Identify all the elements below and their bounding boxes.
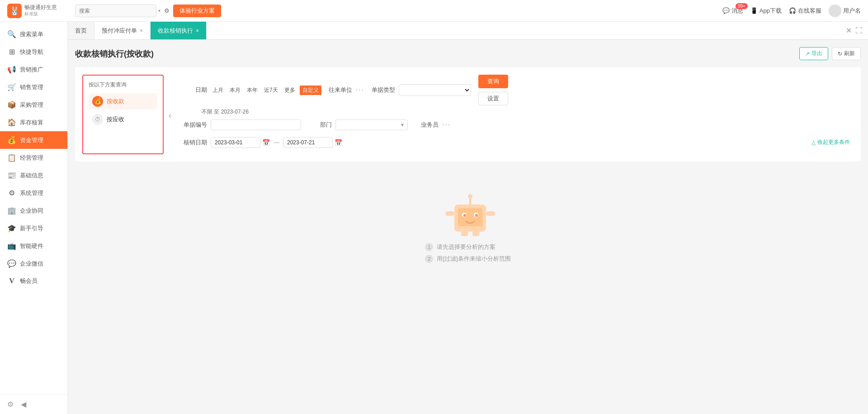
filter-row-1: 日期 上月 本月 本年 近7天 更多 自定义 往来单位 bbox=[184, 75, 854, 105]
sidebar: 🔍 搜索菜单 ⊞ 快捷导航 📢 营销推广 🛒 销售管理 📦 采购管理 🏠 bbox=[0, 22, 68, 414]
svg-point-5 bbox=[475, 214, 478, 217]
sidebar-item-label: 库存核算 bbox=[20, 119, 43, 127]
filter-by-receipt[interactable]: 💰 按收款 bbox=[89, 93, 157, 109]
sidebar-item-vip[interactable]: V 畅会员 bbox=[0, 272, 67, 290]
collapse-scheme-button[interactable]: ‹ bbox=[165, 111, 175, 120]
tab-maximize-button[interactable]: ⛶ bbox=[855, 27, 863, 35]
sidebar-item-wechat[interactable]: 💬 企业微信 bbox=[0, 255, 67, 272]
message-button[interactable]: 💬 消息 99+ bbox=[722, 7, 743, 15]
tab-close-window-button[interactable]: ✕ bbox=[846, 26, 852, 35]
sidebar-item-inventory[interactable]: 🏠 库存核算 bbox=[0, 114, 67, 131]
tip-text-1: 请先选择要分析的方案 bbox=[437, 243, 495, 251]
sidebar-menu: 🔍 搜索菜单 ⊞ 快捷导航 📢 营销推广 🛒 销售管理 📦 采购管理 🏠 bbox=[0, 22, 67, 394]
dept-field: 部门 ▾ bbox=[308, 119, 408, 130]
collapse-more-button[interactable]: △ 收起更多条件 bbox=[808, 137, 854, 148]
sidebar-item-basic[interactable]: 📰 基础信息 bbox=[0, 167, 67, 184]
tab-spacer bbox=[207, 22, 840, 39]
page-title: 收款核销执行(按收款) bbox=[75, 48, 154, 59]
sidebar-item-quick-nav[interactable]: ⊞ 快捷导航 bbox=[0, 43, 67, 61]
query-button[interactable]: 查询 bbox=[478, 75, 508, 88]
filter-by-receivable[interactable]: ⏱ 按应收 bbox=[89, 111, 157, 128]
box-icon: 📦 bbox=[7, 100, 16, 109]
tab-prepay-close[interactable]: × bbox=[140, 28, 143, 34]
sidebar-item-finance[interactable]: 💰 资金管理 bbox=[0, 131, 67, 149]
sidebar-item-purchase[interactable]: 📦 采购管理 bbox=[0, 96, 67, 114]
export-label: 导出 bbox=[811, 50, 822, 57]
service-icon: 🎧 bbox=[789, 7, 796, 14]
writeoff-date-start-input[interactable] bbox=[211, 137, 260, 148]
tab-prepay[interactable]: 预付冲应付单 × bbox=[94, 22, 151, 39]
writeoff-date-end-input[interactable] bbox=[283, 137, 333, 148]
settings-icon[interactable]: ⚙ bbox=[7, 400, 14, 409]
sidebar-item-label: 智能硬件 bbox=[20, 242, 43, 250]
top-bar: 🐰 畅捷通好生意 标准版 ▾ ⚙ 体验行业方案 💬 消息 99+ 📱 App下载… bbox=[0, 0, 868, 22]
partner-input-dots[interactable]: ··· bbox=[356, 86, 364, 94]
doc-no-input[interactable] bbox=[211, 119, 301, 130]
chevron-down-icon[interactable]: ▾ bbox=[158, 8, 160, 13]
sidebar-item-label: 系统管理 bbox=[20, 189, 43, 197]
date-7days[interactable]: 近7天 bbox=[262, 86, 280, 95]
doc-type-select[interactable] bbox=[399, 84, 471, 96]
tab-bar: 首页 预付冲应付单 × 收款核销执行 × ✕ ⛶ bbox=[68, 22, 868, 40]
date-this-month[interactable]: 本月 bbox=[228, 86, 242, 95]
tab-home[interactable]: 首页 bbox=[68, 22, 94, 39]
sidebar-item-hardware[interactable]: 📺 智能硬件 bbox=[0, 237, 67, 255]
app-icon: 📱 bbox=[750, 7, 758, 14]
calendar-start-icon[interactable]: 📅 bbox=[262, 139, 270, 146]
sidebar-item-sales[interactable]: 🛒 销售管理 bbox=[0, 78, 67, 96]
sidebar-item-label: 搜索菜单 bbox=[20, 30, 43, 38]
refresh-button[interactable]: ↻ 刷新 bbox=[832, 47, 861, 60]
date-last-month[interactable]: 上月 bbox=[211, 86, 225, 95]
filter-scheme-title: 按以下方案查询 bbox=[89, 81, 157, 89]
calendar-end-icon[interactable]: 📅 bbox=[335, 139, 342, 146]
doc-no-label: 单据编号 bbox=[184, 121, 207, 129]
date-custom[interactable]: 自定义 bbox=[300, 86, 321, 95]
sidebar-item-label: 资金管理 bbox=[20, 136, 43, 144]
receipt-icon: 💰 bbox=[92, 96, 103, 107]
setting-button[interactable]: 设置 bbox=[478, 92, 508, 105]
date-this-year[interactable]: 本年 bbox=[245, 86, 259, 95]
doc-no-field: 单据编号 bbox=[184, 119, 301, 130]
sidebar-item-system[interactable]: ⚙ 系统管理 bbox=[0, 184, 67, 202]
filter-panel: 按以下方案查询 💰 按收款 ⏱ 按应收 ‹ bbox=[75, 67, 861, 162]
svg-point-4 bbox=[463, 214, 466, 217]
search-input[interactable] bbox=[75, 5, 156, 17]
user-avatar[interactable]: 用户名 bbox=[829, 5, 861, 17]
tip-text-2: 用[过滤]条件来缩小分析范围 bbox=[437, 255, 510, 263]
tab-receipt-writeoff[interactable]: 收款核销执行 × bbox=[151, 22, 207, 39]
solution-button[interactable]: 体验行业方案 bbox=[173, 5, 221, 17]
collapse-more-label: 收起更多条件 bbox=[817, 138, 850, 146]
collapse-sidebar-icon[interactable]: ◀ bbox=[21, 400, 26, 409]
tab-receipt-writeoff-close[interactable]: × bbox=[196, 28, 199, 34]
tab-home-label: 首页 bbox=[75, 27, 87, 35]
filter-scheme-panel: 按以下方案查询 💰 按收款 ⏱ 按应收 bbox=[82, 75, 164, 154]
search-icon: 🔍 bbox=[7, 30, 16, 38]
doc-type-field: 单据类型 bbox=[372, 84, 471, 96]
sidebar-item-label: 新手引导 bbox=[20, 224, 43, 233]
sidebar-footer: ⚙ ◀ bbox=[0, 394, 67, 414]
sidebar-item-guide[interactable]: 🎓 新手引导 bbox=[0, 219, 67, 237]
logo-name: 畅捷通好生意 bbox=[24, 4, 57, 11]
receivable-icon: ⏱ bbox=[92, 114, 103, 125]
date-shortcuts: 上月 本月 本年 近7天 更多 自定义 bbox=[211, 86, 321, 95]
sidebar-item-marketing[interactable]: 📢 营销推广 bbox=[0, 61, 67, 78]
hardware-icon: 📺 bbox=[7, 242, 16, 250]
staff-input-dots[interactable]: ··· bbox=[442, 121, 451, 129]
app-download-label: App下载 bbox=[760, 7, 782, 15]
dept-select[interactable]: ▾ bbox=[335, 119, 408, 130]
page-content: 收款核销执行(按收款) ↗ 导出 ↻ 刷新 按以下方 bbox=[68, 40, 868, 414]
sidebar-item-label: 营销推广 bbox=[20, 66, 43, 74]
app-download-button[interactable]: 📱 App下载 bbox=[750, 7, 782, 15]
sidebar-item-search[interactable]: 🔍 搜索菜单 bbox=[0, 25, 67, 43]
sidebar-item-operation[interactable]: 📋 经营管理 bbox=[0, 149, 67, 167]
gear-icon[interactable]: ⚙ bbox=[164, 7, 170, 14]
logo-icon: 🐰 bbox=[7, 4, 22, 18]
avatar bbox=[829, 5, 841, 17]
date-nolimit-hint: 不限 至 2023-07-26 bbox=[202, 109, 249, 115]
staff-field: 业务员 ··· bbox=[415, 121, 451, 129]
export-button[interactable]: ↗ 导出 bbox=[799, 47, 828, 60]
date-more[interactable]: 更多 bbox=[283, 86, 297, 95]
sidebar-item-enterprise[interactable]: 🏢 企业协同 bbox=[0, 202, 67, 219]
date-label: 日期 bbox=[184, 86, 207, 94]
online-service-button[interactable]: 🎧 在线客服 bbox=[789, 7, 821, 15]
